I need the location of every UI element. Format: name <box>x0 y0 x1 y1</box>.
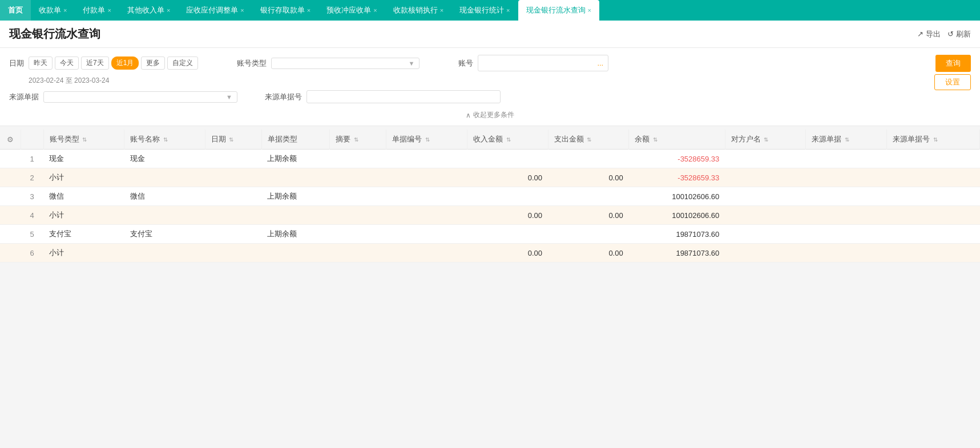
row-summary <box>330 206 386 225</box>
col-source-doc[interactable]: 来源单据 ⇅ <box>806 130 887 150</box>
row-source-doc <box>806 206 887 225</box>
nav-item-other-income[interactable]: 其他收入单 × <box>119 0 178 21</box>
row-date <box>205 244 261 263</box>
close-cashflow-icon[interactable]: × <box>588 7 591 14</box>
row-num: 3 <box>21 187 43 206</box>
refresh-button[interactable]: ↺ 刷新 <box>947 29 971 39</box>
sort-date-icon: ⇅ <box>229 136 233 143</box>
date-btn-custom[interactable]: 自定义 <box>167 56 198 70</box>
row-doc-no <box>386 225 467 244</box>
row-settings[interactable] <box>0 150 21 168</box>
collapse-icon: ∧ <box>466 111 471 119</box>
close-receipts-icon[interactable]: × <box>63 7 67 14</box>
row-expense: 0.00 <box>548 244 629 263</box>
col-balance[interactable]: 余额 ⇅ <box>629 130 725 150</box>
row-summary <box>330 187 386 206</box>
row-expense <box>548 150 629 168</box>
col-source-doc-no[interactable]: 来源单据号 ⇅ <box>887 130 980 150</box>
col-expense[interactable]: 支出金额 ⇅ <box>548 130 629 150</box>
col-date[interactable]: 日期 ⇅ <box>205 130 261 150</box>
col-settings[interactable]: ⚙ <box>0 130 21 150</box>
row-settings[interactable] <box>0 187 21 206</box>
nav-item-home[interactable]: 首页 <box>0 0 31 21</box>
source-doc-filter-row: 来源单据 ▼ 来源单据号 <box>9 90 927 103</box>
row-source-doc-no <box>887 225 980 244</box>
row-source-doc-no <box>887 206 980 225</box>
close-bank-deposit-icon[interactable]: × <box>307 7 310 14</box>
nav-item-receipts[interactable]: 收款单 × <box>31 0 75 21</box>
row-balance: 100102606.60 <box>629 187 725 206</box>
close-prepaid-icon[interactable]: × <box>373 7 377 14</box>
date-btn-more[interactable]: 更多 <box>141 56 165 70</box>
sort-balance-icon: ⇅ <box>653 136 658 143</box>
source-doc-no-label: 来源单据号 <box>265 92 302 102</box>
nav-item-ar-ap-adjust[interactable]: 应收应付调整单 × <box>178 0 252 21</box>
close-ar-ap-icon[interactable]: × <box>240 7 244 14</box>
table-row: 6 小计 0.00 0.00 19871073.60 <box>0 244 980 263</box>
source-doc-select[interactable]: ▼ <box>43 91 237 103</box>
nav-item-cash-flow[interactable]: 现金银行流水查询 × <box>518 0 599 21</box>
date-btn-yesterday[interactable]: 昨天 <box>29 56 53 70</box>
row-counterparty <box>725 187 806 206</box>
close-other-income-icon[interactable]: × <box>167 7 170 14</box>
col-account-type[interactable]: 账号类型 ⇅ <box>43 130 124 150</box>
date-btn-today[interactable]: 今天 <box>55 56 79 70</box>
row-settings[interactable] <box>0 168 21 187</box>
row-income <box>467 225 548 244</box>
col-income[interactable]: 收入金额 ⇅ <box>467 130 548 150</box>
row-settings[interactable] <box>0 225 21 244</box>
row-counterparty <box>725 150 806 168</box>
close-payments-icon[interactable]: × <box>107 7 111 14</box>
nav-item-payments[interactable]: 付款单 × <box>75 0 119 21</box>
sort-summary-icon: ⇅ <box>354 136 358 143</box>
row-account-name <box>124 244 205 263</box>
collapse-bar[interactable]: ∧ 收起更多条件 <box>9 108 971 121</box>
filter-area: 日期 昨天 今天 近7天 近1月 更多 自定义 账号类型 ▼ 账号 <box>0 48 980 126</box>
row-income <box>467 150 548 168</box>
settings-button[interactable]: 设置 <box>934 74 971 90</box>
account-label: 账号 <box>458 58 473 68</box>
row-doc-type <box>261 244 329 263</box>
row-account-type: 小计 <box>43 244 124 263</box>
date-filter-row: 日期 昨天 今天 近7天 近1月 更多 自定义 账号类型 ▼ 账号 <box>9 55 927 71</box>
row-settings[interactable] <box>0 244 21 263</box>
row-doc-type: 上期余额 <box>261 225 329 244</box>
nav-item-receipt-verify[interactable]: 收款核销执行 × <box>385 0 451 21</box>
nav-item-prepaid-offset[interactable]: 预收冲应收单 × <box>318 0 385 21</box>
page-title: 现金银行流水查询 <box>9 26 100 42</box>
close-stats-icon[interactable]: × <box>506 7 510 14</box>
row-balance: 19871073.60 <box>629 225 725 244</box>
col-counterparty[interactable]: 对方户名 ⇅ <box>725 130 806 150</box>
row-num: 2 <box>21 168 43 187</box>
col-account-name[interactable]: 账号名称 ⇅ <box>124 130 205 150</box>
col-summary[interactable]: 摘要 ⇅ <box>330 130 386 150</box>
row-doc-type <box>261 168 329 187</box>
nav-item-cash-stats[interactable]: 现金银行统计 × <box>451 0 518 21</box>
row-income: 0.00 <box>467 168 548 187</box>
account-type-select[interactable]: ▼ <box>271 58 420 69</box>
row-income <box>467 187 548 206</box>
nav-item-bank-deposit[interactable]: 银行存取款单 × <box>252 0 318 21</box>
row-balance: -3528659.33 <box>629 150 725 168</box>
export-button[interactable]: ↗ 导出 <box>917 29 941 39</box>
data-table-container: ⚙ 账号类型 ⇅ 账号名称 ⇅ 日期 ⇅ 单据类型 摘要 ⇅ 单据编号 ⇅ 收入… <box>0 130 980 263</box>
row-summary <box>330 150 386 168</box>
account-input[interactable] <box>483 57 597 69</box>
row-summary <box>330 168 386 187</box>
row-source-doc <box>806 244 887 263</box>
account-dots[interactable]: ... <box>597 59 603 67</box>
row-source-doc <box>806 168 887 187</box>
source-doc-no-input[interactable] <box>306 90 501 103</box>
date-btn-1month[interactable]: 近1月 <box>111 56 139 70</box>
row-settings[interactable] <box>0 206 21 225</box>
col-doc-no[interactable]: 单据编号 ⇅ <box>386 130 467 150</box>
close-verify-icon[interactable]: × <box>440 7 443 14</box>
date-label: 日期 <box>9 58 24 68</box>
row-source-doc <box>806 187 887 206</box>
date-range-row: 2023-02-24 至 2023-03-24 <box>9 76 927 86</box>
source-doc-arrow-icon: ▼ <box>226 94 232 100</box>
row-num: 1 <box>21 150 43 168</box>
date-btn-7days[interactable]: 近7天 <box>81 56 109 70</box>
query-button[interactable]: 查询 <box>935 55 971 72</box>
sort-expense-icon: ⇅ <box>587 136 591 143</box>
